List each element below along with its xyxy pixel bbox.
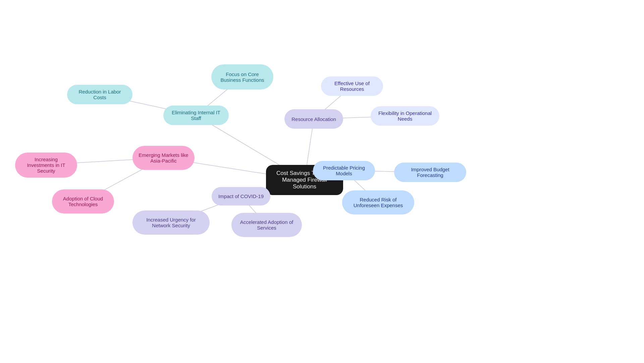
node-improved-budget: Improved Budget Forecasting (394, 163, 466, 182)
node-flexibility-ops: Flexibility in Operational Needs (371, 106, 439, 126)
node-effective-resources: Effective Use of Resources (321, 76, 383, 96)
node-predictable-pricing: Predictable Pricing Models (313, 161, 375, 180)
node-reduction-labor: Reduction in Labor Costs (67, 85, 132, 104)
node-eliminating-it: Eliminating Internal IT Staff (163, 106, 229, 125)
node-resource-alloc: Resource Allocation (284, 109, 343, 129)
node-increasing-investments: Increasing Investments in IT Security (15, 153, 77, 178)
node-emerging-markets: Emerging Markets like Asia-Pacific (132, 146, 195, 170)
node-impact-covid: Impact of COVID-19 (212, 187, 270, 205)
node-increased-urgency: Increased Urgency for Network Security (132, 210, 210, 235)
node-accelerated-adoption: Accelerated Adoption of Services (231, 213, 302, 237)
node-focus-core: Focus on Core Business Functions (211, 64, 273, 89)
mindmap-container: Cost Savings Through Managed Firewall So… (0, 0, 644, 363)
node-reduced-risk: Reduced Risk of Unforeseen Expenses (342, 190, 414, 215)
node-adoption-cloud: Adoption of Cloud Technologies (52, 189, 114, 214)
